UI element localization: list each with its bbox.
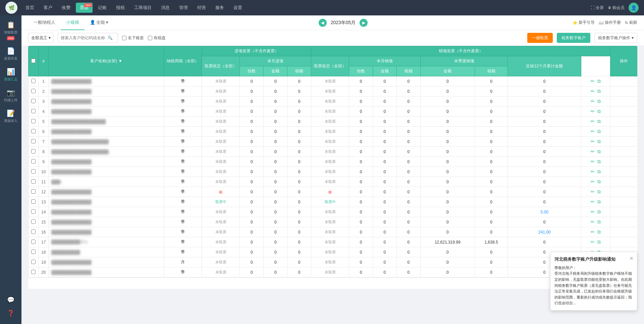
row-checkbox[interactable] (31, 270, 36, 274)
message-icon[interactable]: 💬 (5, 295, 16, 305)
out-status-cell[interactable]: 取票中 (311, 197, 349, 207)
row-checkbox[interactable] (31, 189, 36, 194)
row-checkbox[interactable] (31, 169, 36, 174)
th-out-status[interactable]: 取票状态（全部） (311, 56, 349, 76)
row-checkbox-cell[interactable] (29, 177, 39, 187)
sidebar-item-invoice-summary[interactable]: 📊 票据汇总 (1, 65, 20, 84)
edit-btn[interactable]: ✏ (591, 189, 595, 194)
copy-btn[interactable]: ⧉ (597, 219, 601, 224)
tab-general-taxpayer[interactable]: 一般纳税人 (28, 15, 61, 30)
cumulative-link[interactable]: 241.00 (538, 230, 551, 235)
sidebar-item-scan-upload[interactable]: 📷 扫描上传 (1, 86, 20, 105)
in-status-cell[interactable]: ⊗ (202, 187, 240, 197)
copy-btn[interactable]: ⧉ (597, 159, 601, 164)
in-status-cell[interactable]: 未取票 (202, 267, 240, 277)
out-status-cell[interactable]: 未取票 (311, 127, 349, 137)
edit-btn[interactable]: ✏ (591, 159, 595, 164)
user-avatar[interactable]: 👤 (629, 3, 639, 13)
row-checkbox-cell[interactable] (29, 147, 39, 157)
nav-tax[interactable]: 报税 (112, 3, 129, 13)
edit-btn[interactable]: ✏ (591, 88, 595, 94)
edit-btn[interactable]: ✏ (591, 149, 595, 154)
row-checkbox-cell[interactable] (29, 117, 39, 127)
row-checkbox[interactable] (31, 139, 36, 143)
out-status-cell[interactable]: 未取票 (311, 207, 349, 217)
copy-btn[interactable]: ⧉ (597, 119, 601, 124)
nav-invoice[interactable]: 票据 new (76, 3, 93, 13)
in-status-cell[interactable]: 未取票 (202, 96, 240, 107)
copy-btn[interactable]: ⧉ (597, 149, 601, 154)
row-checkbox-cell[interactable] (29, 187, 39, 197)
row-checkbox-cell[interactable] (29, 157, 39, 167)
nav-home[interactable]: 首页 (21, 3, 38, 13)
row-checkbox-cell[interactable] (29, 107, 39, 117)
in-status-cell[interactable]: 未取票 (202, 117, 240, 127)
row-checkbox[interactable] (31, 240, 36, 244)
edit-btn[interactable]: ✏ (591, 209, 595, 214)
help-icon[interactable]: ❓ (5, 308, 16, 319)
row-checkbox-cell[interactable] (29, 137, 39, 147)
row-checkbox-cell[interactable] (29, 217, 39, 227)
select-all-checkbox[interactable] (31, 59, 36, 63)
period-next-btn[interactable]: ▶ (360, 19, 368, 27)
row-checkbox[interactable] (31, 209, 36, 214)
out-status-cell[interactable]: 未取票 (311, 107, 349, 117)
edit-btn[interactable]: ✏ (591, 169, 595, 174)
row-checkbox[interactable] (31, 129, 36, 133)
in-status-cell[interactable]: 未取票 (202, 167, 240, 177)
copy-btn[interactable]: ⧉ (597, 78, 601, 84)
in-status-cell[interactable]: 未取票 (202, 227, 240, 237)
out-status-cell[interactable]: 未取票 (311, 76, 349, 86)
edit-btn[interactable]: ✏ (591, 179, 595, 184)
in-status-cell[interactable]: 未取票 (202, 137, 240, 147)
cumulative-link[interactable]: 5.00 (540, 210, 548, 214)
copy-btn[interactable]: ⧉ (597, 169, 601, 174)
out-status-cell[interactable]: 未取票 (311, 177, 349, 187)
refresh-btn[interactable]: ↻ 刷新 (625, 20, 637, 25)
period-prev-btn[interactable]: ◀ (319, 19, 327, 27)
out-status-cell[interactable]: 未取票 (311, 157, 349, 167)
row-checkbox-cell[interactable] (29, 197, 39, 207)
out-status-cell[interactable]: 未取票 (311, 217, 349, 227)
nav-management[interactable]: 管理 (175, 3, 192, 13)
one-click-fetch-btn[interactable]: 一键取票 (527, 33, 553, 43)
search-box[interactable]: 🔍 (58, 33, 118, 43)
notification-close-btn[interactable]: ✕ (630, 255, 634, 262)
row-checkbox[interactable] (31, 149, 36, 153)
nav-message[interactable]: 消息 (157, 3, 174, 13)
row-checkbox-cell[interactable] (29, 86, 39, 96)
out-status-cell[interactable]: ⊗ (311, 187, 349, 197)
edit-btn[interactable]: ✏ (591, 139, 595, 144)
in-status-cell[interactable]: 未取票 (202, 257, 240, 267)
row-checkbox[interactable] (31, 199, 36, 204)
copy-btn[interactable]: ⧉ (597, 199, 601, 204)
row-checkbox[interactable] (31, 179, 36, 184)
fullscreen-btn[interactable]: ⛶ 全屏 (591, 5, 604, 11)
out-status-cell[interactable]: 未取票 (311, 257, 349, 267)
edit-btn[interactable]: ✏ (591, 78, 595, 84)
row-checkbox-cell[interactable] (29, 96, 39, 107)
in-status-cell[interactable]: 未取票 (202, 86, 240, 96)
row-checkbox-cell[interactable] (29, 237, 39, 247)
out-status-cell[interactable]: 未取票 (311, 247, 349, 257)
row-checkbox-cell[interactable] (29, 127, 39, 137)
nav-service[interactable]: 服务 (211, 3, 228, 13)
new-guide-btn[interactable]: ⭐ 新手引导 (573, 20, 595, 25)
tax-digital-account-actions-btn[interactable]: 税务数字账户操作 ▾ (594, 33, 637, 43)
nav-accounting[interactable]: 记账 (94, 3, 111, 13)
out-status-cell[interactable]: 未取票 (311, 137, 349, 147)
row-checkbox-cell[interactable] (29, 247, 39, 257)
search-input-field[interactable] (61, 36, 108, 40)
edit-btn[interactable]: ✏ (591, 99, 595, 104)
nav-settings[interactable]: 设置 (229, 3, 246, 13)
in-status-cell[interactable]: 未取票 (202, 107, 240, 117)
employee-filter[interactable]: 全部员工 ▾ (28, 33, 54, 43)
edit-btn[interactable]: ✏ (591, 219, 595, 224)
row-checkbox[interactable] (31, 250, 36, 254)
th-tax-period[interactable]: 纳税周期（全部） (164, 46, 202, 76)
nav-business[interactable]: 工商项目 (130, 3, 156, 13)
copy-btn[interactable]: ⧉ (597, 139, 601, 144)
copy-btn[interactable]: ⧉ (597, 239, 601, 245)
in-status-cell[interactable]: 未取票 (202, 76, 240, 86)
in-status-cell[interactable]: 未取票 (202, 127, 240, 137)
